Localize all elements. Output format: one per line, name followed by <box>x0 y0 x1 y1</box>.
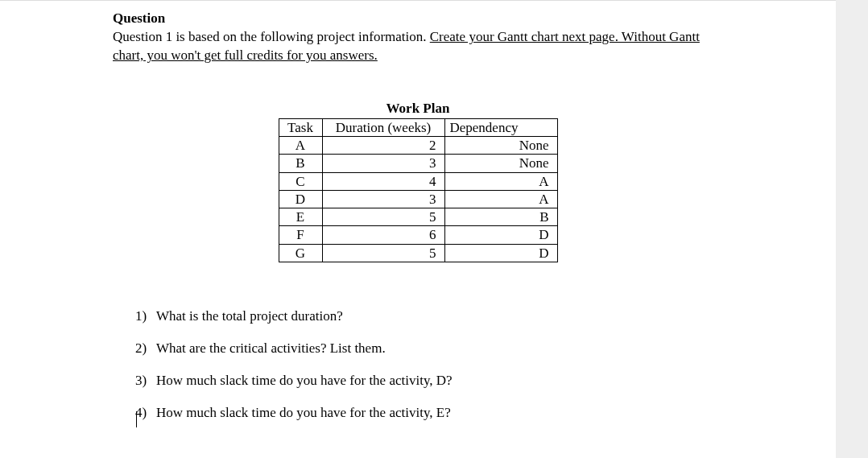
question-number: 1) <box>135 307 156 325</box>
cell-dependency: A <box>444 190 557 208</box>
table-header-row: Task Duration (weeks) Dependency <box>279 118 557 136</box>
cell-duration: 4 <box>322 172 444 190</box>
cell-dependency: D <box>444 244 557 262</box>
header-dependency: Dependency <box>444 118 557 136</box>
cell-duration: 3 <box>322 155 444 172</box>
cell-dependency: B <box>444 208 557 226</box>
cell-task: E <box>279 208 322 226</box>
cell-duration: 6 <box>322 226 444 244</box>
cell-duration: 2 <box>322 137 444 155</box>
list-item: 2)What are the critical activities? List… <box>135 340 723 357</box>
cell-duration: 3 <box>322 190 444 208</box>
table-row: A 2 None <box>279 137 557 155</box>
cell-dependency: None <box>444 155 557 172</box>
cell-task: F <box>279 226 322 244</box>
question-number: 3) <box>135 372 156 390</box>
document-page: Question Question 1 is based on the foll… <box>0 0 836 458</box>
text-cursor <box>136 411 137 427</box>
table-body: A 2 None B 3 None C 4 A D 3 A <box>279 137 557 262</box>
cell-duration: 5 <box>322 208 444 226</box>
question-number: 4) <box>135 404 156 422</box>
cell-task: G <box>279 244 322 262</box>
question-text: How much slack time do you have for the … <box>156 405 451 420</box>
table-row: D 3 A <box>279 190 557 208</box>
cell-dependency: D <box>444 226 557 244</box>
question-heading: Question <box>113 10 723 27</box>
list-item: 4)How much slack time do you have for th… <box>135 404 723 422</box>
question-list: 1)What is the total project duration? 2)… <box>113 307 723 422</box>
cell-dependency: None <box>444 137 557 155</box>
question-number: 2) <box>135 340 156 357</box>
intro-plain: Question 1 is based on the following pro… <box>113 29 430 44</box>
cell-task: B <box>279 155 322 172</box>
table-row: G 5 D <box>279 244 557 262</box>
table-title: Work Plan <box>113 101 723 117</box>
table-row: F 6 D <box>279 226 557 244</box>
header-duration: Duration (weeks) <box>322 118 444 136</box>
table-row: B 3 None <box>279 155 557 172</box>
cell-dependency: A <box>444 172 557 190</box>
question-text: What are the critical activities? List t… <box>156 340 386 356</box>
list-item: 3)How much slack time do you have for th… <box>135 372 723 390</box>
cell-task: C <box>279 172 322 190</box>
cell-duration: 5 <box>322 244 444 262</box>
header-task: Task <box>279 118 322 136</box>
work-plan-table: Task Duration (weeks) Dependency A 2 Non… <box>279 118 558 262</box>
list-item: 1)What is the total project duration? <box>135 307 723 325</box>
table-row: C 4 A <box>279 172 557 190</box>
question-intro: Question 1 is based on the following pro… <box>113 28 723 65</box>
scroll-gutter[interactable] <box>836 0 868 458</box>
question-text: What is the total project duration? <box>156 308 343 324</box>
cell-task: A <box>279 137 322 155</box>
question-text: How much slack time do you have for the … <box>156 373 453 388</box>
work-plan-table-wrap: Task Duration (weeks) Dependency A 2 Non… <box>113 118 723 262</box>
table-row: E 5 B <box>279 208 557 226</box>
cell-task: D <box>279 190 322 208</box>
